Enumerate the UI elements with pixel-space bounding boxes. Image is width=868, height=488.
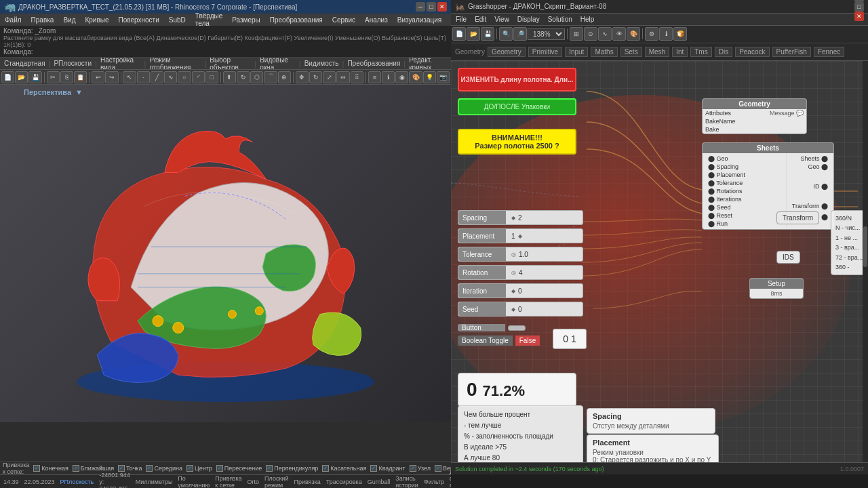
placement-component[interactable]: Placement 1 ◆ — [458, 228, 583, 243]
status-mode[interactable]: По умолчанию — [178, 475, 210, 489]
redo-btn[interactable]: ↪ — [105, 71, 118, 83]
rotate-btn[interactable]: ↻ — [309, 71, 322, 83]
menu-transform[interactable]: Преобразования — [268, 16, 325, 24]
undo-btn[interactable]: ↩ — [92, 71, 104, 83]
line-btn[interactable]: ╱ — [151, 71, 163, 83]
prop-btn[interactable]: ℹ — [382, 71, 395, 83]
gh-menu-edit[interactable]: Edit — [473, 16, 488, 23]
gh-cat-geometry[interactable]: Geometry — [488, 47, 526, 57]
bool-toggle-value[interactable]: False — [515, 336, 540, 346]
tab-curves-edit[interactable]: Редакт. кривых — [406, 58, 450, 70]
gh-scrollbar-thumb[interactable] — [863, 226, 867, 267]
osnap-uzel[interactable]: ✓ Узел — [410, 465, 431, 472]
menu-curves[interactable]: Кривые — [83, 16, 111, 24]
gh-cat-primitive[interactable]: Primitive — [528, 47, 562, 57]
gh-menu-file[interactable]: File — [454, 16, 469, 23]
status-history[interactable]: Запись истории — [395, 475, 418, 489]
array-btn[interactable]: ⠿ — [351, 71, 363, 83]
gh-menu-solution[interactable]: Solution — [546, 16, 574, 23]
osnap-seredina[interactable]: ✓ Середина — [146, 465, 182, 472]
osnap-kasatelnaya[interactable]: ✓ Касательная — [322, 465, 366, 472]
menu-dimensions[interactable]: Размеры — [230, 16, 262, 24]
osnap-centr[interactable]: ✓ Центр — [186, 465, 212, 472]
osnap-peresechenie[interactable]: ✓ Пересечение — [216, 465, 262, 472]
status-gumball[interactable]: Gumball — [368, 479, 391, 485]
gh-canvas[interactable]: ИЗМЕНИТЬ длину полотна. Дли... Длина пол… — [451, 61, 868, 474]
gh-cat-input[interactable]: Input — [565, 47, 588, 57]
geometry-component[interactable]: Geometry Attributes Message 💬 BakeName B… — [702, 98, 807, 134]
osnap-kvadrant[interactable]: ✓ Квадрант — [370, 465, 405, 472]
gh-close-button[interactable]: ✕ — [854, 12, 864, 21]
revolve-btn[interactable]: ↻ — [237, 71, 250, 83]
boolean-btn[interactable]: ⊕ — [278, 71, 291, 83]
gh-cat-int[interactable]: Int — [672, 47, 688, 57]
status-filter[interactable]: Фильтр — [424, 479, 444, 485]
light-btn[interactable]: 💡 — [423, 71, 436, 83]
gh-settings-btn[interactable]: ⚙ — [645, 27, 658, 41]
menu-solids[interactable]: Твёрдые тела — [193, 12, 224, 27]
fillet-btn[interactable]: ⌒ — [264, 71, 277, 83]
gh-wire-btn[interactable]: ∿ — [598, 27, 612, 41]
gh-scrollbar[interactable] — [863, 61, 868, 474]
spacing-component[interactable]: Spacing ◆ 2 — [458, 210, 583, 225]
close-button[interactable]: ✕ — [437, 2, 447, 12]
rect-btn[interactable]: □ — [205, 71, 218, 83]
save-btn[interactable]: 💾 — [28, 71, 41, 83]
extrude-btn[interactable]: ⬆ — [223, 71, 236, 83]
button-inner[interactable] — [508, 325, 526, 331]
point-btn[interactable]: · — [137, 71, 150, 83]
gh-open-btn[interactable]: 📂 — [467, 27, 480, 41]
menu-file[interactable]: Файл — [3, 16, 24, 24]
select-btn[interactable]: ↖ — [123, 71, 136, 83]
status-tracing[interactable]: Трассировка — [326, 479, 362, 485]
seed-component[interactable]: Seed ◆ 0 — [458, 302, 583, 317]
gh-cat-mesh[interactable]: Mesh — [645, 47, 669, 57]
new-btn[interactable]: 📄 — [1, 71, 14, 83]
status-tracking[interactable]: Привязка — [294, 479, 320, 485]
status-planar[interactable]: Плоский режим — [264, 475, 288, 489]
gh-zoom-in-btn[interactable]: 🔍 — [499, 27, 513, 41]
gh-bake-btn[interactable]: 🍞 — [673, 27, 687, 41]
gh-info-btn[interactable]: ℹ — [659, 27, 673, 41]
menu-render[interactable]: Визуализация — [395, 16, 443, 24]
tab-selection[interactable]: Выбор объектов — [207, 58, 254, 70]
scale-btn[interactable]: ⤢ — [323, 71, 336, 83]
curve-btn[interactable]: ∿ — [164, 71, 177, 83]
tab-displaymode[interactable]: Режим отображения — [146, 58, 203, 70]
status-snap[interactable]: Привязка к сетке — [215, 475, 241, 489]
tab-standard[interactable]: Стандартная — [1, 60, 48, 67]
open-btn[interactable]: 📂 — [15, 71, 28, 83]
render-btn[interactable]: ◉ — [395, 71, 408, 83]
osnap-perpendikulyar[interactable]: ✓ Перпендикуляр — [266, 465, 318, 472]
iteration-component[interactable]: Iteration ◆ 0 — [458, 283, 583, 298]
bool-toggle-component[interactable]: Boolean Toggle False — [458, 336, 540, 346]
loft-btn[interactable]: ⬡ — [250, 71, 263, 83]
gh-maximize-button[interactable]: □ — [854, 2, 864, 12]
menu-tools[interactable]: Сервис — [330, 16, 357, 24]
button-component[interactable]: Button — [458, 324, 526, 331]
gh-new-btn[interactable]: 📄 — [452, 27, 466, 41]
copy-btn[interactable]: ⎘ — [60, 71, 73, 83]
zoom-select[interactable]: 138% 100% 75% 50% — [528, 28, 565, 40]
gh-preview-btn[interactable]: 👁 — [612, 27, 626, 41]
material-btn[interactable]: 🎨 — [409, 71, 422, 83]
gh-color-btn[interactable]: 🎨 — [627, 27, 640, 41]
camera-btn[interactable]: 📷 — [437, 71, 450, 83]
gh-cat-peacock[interactable]: Peacock — [735, 47, 769, 57]
tab-viewsettings[interactable]: Настройка вида — [98, 58, 144, 70]
gh-cat-fennec[interactable]: Fennec — [814, 47, 844, 57]
tab-rplanes[interactable]: РПлоскости — [51, 60, 94, 67]
tab-viewports[interactable]: Видовые окна — [257, 58, 298, 70]
menu-analysis[interactable]: Анализ — [363, 16, 390, 24]
minimize-button[interactable]: ─ — [416, 2, 425, 12]
gh-grid-btn[interactable]: ⊞ — [570, 27, 583, 41]
maximize-button[interactable]: □ — [427, 2, 436, 12]
menu-surfaces[interactable]: Поверхности — [117, 16, 161, 24]
circle-btn[interactable]: ○ — [178, 71, 191, 83]
mirror-btn[interactable]: ⇔ — [336, 71, 349, 83]
rhino-viewport[interactable]: Перспектива ▼ — [0, 85, 451, 422]
status-plane[interactable]: РПлоскость — [60, 479, 94, 485]
gh-menu-display[interactable]: Display — [515, 16, 542, 23]
gh-menu-help[interactable]: Help — [578, 16, 597, 23]
gh-save-btn[interactable]: 💾 — [481, 27, 494, 41]
